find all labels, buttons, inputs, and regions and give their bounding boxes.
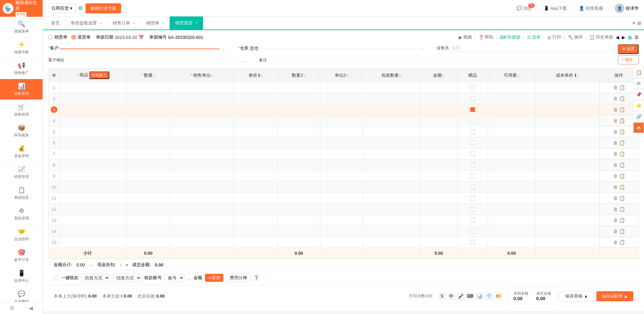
- pkg-qty-cell-8[interactable]: [363, 160, 420, 171]
- daily-goods-select[interactable]: 日用百货 ▾: [48, 4, 75, 13]
- available-cell-10[interactable]: [488, 182, 535, 193]
- unit-cell-14[interactable]: [170, 226, 234, 237]
- amount-cell-6[interactable]: [420, 137, 457, 148]
- delete-btn-15[interactable]: 🗑: [613, 240, 618, 245]
- sidebar-item-basic-info[interactable]: 📋基础信息: [0, 183, 43, 204]
- gift-cb-1[interactable]: [470, 85, 475, 90]
- app-download-btn[interactable]: 📱 App下载: [544, 5, 567, 11]
- qty-cell-10[interactable]: [127, 182, 170, 193]
- gift-cell-12[interactable]: [457, 204, 488, 215]
- sidebar-item-operations[interactable]: 📈经营管理: [0, 162, 43, 183]
- gift-cell-5[interactable]: [457, 126, 488, 137]
- qty-cell-11[interactable]: [127, 193, 170, 204]
- pkg-qty-cell-6[interactable]: [363, 137, 420, 148]
- pkg-qty-cell-10[interactable]: [363, 182, 420, 193]
- amount-cell-14[interactable]: [420, 226, 457, 237]
- price-cell-9[interactable]: [234, 171, 278, 182]
- delete-btn-12[interactable]: 🗑: [613, 206, 618, 212]
- qty-cell-3[interactable]: [127, 104, 170, 115]
- product-cell-13[interactable]: [60, 215, 127, 226]
- gift-cb-5[interactable]: [470, 129, 475, 134]
- right-tool-link[interactable]: 🔗: [633, 111, 644, 122]
- product-cell-11[interactable]: [60, 193, 127, 204]
- gift-cell-6[interactable]: [457, 137, 488, 148]
- pkg-qty-cell-13[interactable]: [363, 215, 420, 226]
- gift-cell-3[interactable]: [457, 104, 488, 115]
- unit2-cell-13[interactable]: [320, 215, 363, 226]
- history-btn[interactable]: 📋 历史单据: [589, 34, 613, 40]
- qty2-cell-11[interactable]: [277, 193, 320, 204]
- close-price-icon[interactable]: ×: [100, 21, 102, 25]
- copy-btn-3[interactable]: 📋: [619, 107, 625, 112]
- copy-btn-15[interactable]: 📋: [619, 240, 625, 245]
- cost-price-cell-6[interactable]: [535, 137, 600, 148]
- unit2-cell-5[interactable]: [320, 126, 363, 137]
- pkg-qty-cell-5[interactable]: [363, 126, 420, 137]
- print-btn[interactable]: 🖨 打印: [547, 34, 561, 40]
- unit-cell-10[interactable]: [170, 182, 234, 193]
- cash-discount-help-icon[interactable]: ℹ: [120, 262, 122, 267]
- pkg-qty-cell-9[interactable]: [363, 171, 420, 182]
- amount-cell-5[interactable]: [420, 126, 457, 137]
- calendar-icon[interactable]: 📅: [139, 35, 144, 40]
- sidebar-item-search-menu[interactable]: 🔍搜索菜单: [0, 17, 43, 38]
- amount-cell-10[interactable]: [420, 182, 457, 193]
- available-cell-12[interactable]: [488, 204, 535, 215]
- unit2-cell-6[interactable]: [320, 137, 363, 148]
- maximize-btn[interactable]: ⊞: [637, 20, 641, 26]
- save-new-btn[interactable]: 保存&新增 ▲: [596, 291, 633, 301]
- available-cell-2[interactable]: [488, 93, 535, 104]
- settings-footer-btn[interactable]: ⚙: [10, 305, 14, 311]
- delete-btn-5[interactable]: 🗑: [613, 129, 618, 134]
- delete-btn-13[interactable]: 🗑: [613, 217, 618, 223]
- qty2-cell-9[interactable]: [277, 171, 320, 182]
- radio-sales[interactable]: 销货单: [48, 34, 67, 40]
- unit-cell-1[interactable]: [170, 82, 234, 93]
- cost-price-cell-9[interactable]: [535, 171, 600, 182]
- sidebar-item-newbie[interactable]: 🎯新手引导: [0, 245, 43, 266]
- delete-btn-10[interactable]: 🗑: [613, 184, 618, 190]
- delete-btn-6[interactable]: 🗑: [613, 140, 618, 145]
- available-cell-1[interactable]: [488, 82, 535, 93]
- gift-cell-7[interactable]: [457, 148, 488, 160]
- available-cell-8[interactable]: [488, 160, 535, 171]
- sidebar-item-purchase-mgmt[interactable]: 🛒采购管理: [0, 100, 43, 121]
- qty2-cell-5[interactable]: [277, 126, 320, 137]
- sidebar-item-finance[interactable]: 💰资金管理: [0, 141, 43, 162]
- product-cell-8[interactable]: [60, 160, 127, 171]
- online-service-btn[interactable]: 👤 在线客服: [579, 5, 603, 11]
- tab-sales-return[interactable]: 销货退货 ×: [170, 16, 203, 30]
- warehouse-input[interactable]: [259, 47, 419, 49]
- qty2-cell-14[interactable]: [277, 226, 320, 237]
- cost-price-cell-8[interactable]: [535, 160, 600, 171]
- pkg-qty-cell-1[interactable]: [363, 82, 420, 93]
- copy-btn-11[interactable]: 📋: [619, 195, 625, 201]
- copy-btn-1[interactable]: 📋: [619, 85, 625, 90]
- cost-price-cell-10[interactable]: [535, 182, 600, 193]
- qty-cell-12[interactable]: [127, 204, 170, 215]
- unit2-cell-9[interactable]: [320, 171, 363, 182]
- gift-cb-3[interactable]: [470, 107, 475, 112]
- product-cell-5[interactable]: [60, 126, 127, 137]
- amount-cell-1[interactable]: [420, 82, 457, 93]
- sidebar-item-sales-mgmt[interactable]: 📊销售管理: [0, 79, 43, 100]
- delete-btn-11[interactable]: 🗑: [613, 195, 618, 201]
- qty2-cell-2[interactable]: [277, 93, 320, 104]
- right-tool-mail[interactable]: ✉: [633, 78, 644, 89]
- price-cell-8[interactable]: [234, 160, 278, 171]
- product-cell-15[interactable]: [60, 237, 127, 248]
- save-draft-btn[interactable]: 保存草稿 ▲: [559, 291, 594, 302]
- shortcut-btn[interactable]: ⌨ 快捷键: [500, 34, 520, 40]
- pkg-qty-cell-12[interactable]: [363, 204, 420, 215]
- copy-btn-12[interactable]: 📋: [619, 206, 625, 212]
- amount-cell-3[interactable]: [420, 104, 457, 115]
- gift-cb-13[interactable]: [470, 218, 475, 223]
- sidebar-item-system[interactable]: ⚙系统管理: [0, 204, 43, 225]
- pkg-qty-cell-11[interactable]: [363, 193, 420, 204]
- product-cell-12[interactable]: [60, 204, 127, 215]
- unit-cell-3[interactable]: [170, 104, 234, 115]
- unit2-cell-12[interactable]: [320, 204, 363, 215]
- qty-cell-13[interactable]: [127, 215, 170, 226]
- one-click-checkbox[interactable]: [54, 275, 58, 280]
- grid-view-btn[interactable]: ▦: [628, 35, 632, 40]
